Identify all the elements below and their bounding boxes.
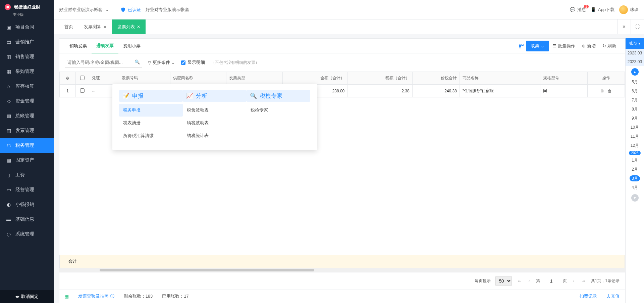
nav-marketing[interactable]: ▤营销推广 [0, 35, 54, 49]
tab-invoice-calc[interactable]: 发票测算✕ [78, 19, 112, 34]
horizontal-scrollbar[interactable] [59, 268, 625, 272]
add-button[interactable]: ⊕新增 [579, 41, 599, 51]
close-all-button[interactable]: ✕ [617, 19, 631, 34]
month-item[interactable]: 2月 [626, 165, 644, 174]
nav-salary[interactable]: ▯工资 [0, 168, 54, 182]
nav-inventory[interactable]: ⌂库存核算 [0, 79, 54, 94]
page-input[interactable] [545, 277, 558, 285]
month-item[interactable]: 4月 [626, 183, 644, 192]
fullscreen-button[interactable]: ⛶ [631, 19, 644, 34]
account-select[interactable]: 好业财专业版演示帐套 ⌄ [59, 7, 116, 13]
ledger-icon: ▧ [5, 113, 12, 119]
pop-item[interactable]: 纳税波动表 [183, 117, 247, 129]
subtab-output[interactable]: 销项发票 [65, 39, 92, 53]
pop-item[interactable]: 所得税汇算清缴 [119, 129, 183, 142]
delete-icon[interactable]: 🗑 [608, 89, 612, 93]
phone-icon: 📱 [591, 7, 596, 12]
svg-rect-2 [519, 44, 521, 46]
view-icon[interactable]: 🗎 [600, 89, 604, 93]
th-amount: 金额（合计） [282, 72, 347, 85]
messages-button[interactable]: 💬 消息 1 [570, 7, 586, 13]
nav-funds[interactable]: ◇资金管理 [0, 94, 54, 109]
scan-link[interactable]: 发票查验及拍照 ⓘ [78, 293, 114, 299]
download-button[interactable]: 📱 App下载 [591, 7, 614, 13]
message-badge: 1 [584, 5, 589, 8]
purchase-icon: ▦ [5, 68, 12, 75]
close-icon[interactable]: ✕ [103, 25, 107, 29]
perpage-select[interactable]: 50 [495, 276, 512, 286]
scroll-up-button[interactable]: ▲ [631, 68, 639, 76]
next-page-button[interactable]: › [572, 278, 576, 284]
salary-icon: ▯ [5, 172, 12, 178]
period-row[interactable]: 2023.03 [626, 57, 644, 66]
batch-button[interactable]: ☰批量操作 [549, 41, 579, 51]
qr-icon [519, 43, 524, 49]
nav-expense[interactable]: ◐小畅报销 [0, 197, 54, 212]
search-icon[interactable]: 🔍 [135, 59, 140, 64]
more-filters-button[interactable]: ▽更多条件⌄ [148, 59, 175, 66]
period-row[interactable]: 2023.03 [626, 49, 644, 57]
select-all-checkbox[interactable] [80, 76, 85, 80]
prev-page-button[interactable]: ‹ [527, 278, 531, 284]
analyze-icon: 📈 [186, 92, 193, 99]
qr-button[interactable] [517, 41, 526, 51]
nav-baseinfo[interactable]: ▬基础信息 [0, 212, 54, 227]
tab-invoice-list[interactable]: 发票列表✕ [112, 19, 146, 34]
scroll-down-button[interactable]: ▼ [631, 194, 639, 202]
nav-system[interactable]: ◌系统管理 [0, 227, 54, 242]
month-item[interactable]: 7月 [626, 96, 644, 105]
nav-assets[interactable]: ▩固定资产 [0, 153, 54, 168]
project-icon: ▣ [5, 24, 12, 31]
month-item-current[interactable]: 3月 [626, 174, 644, 183]
user-menu[interactable]: 珠珠 [619, 5, 639, 14]
month-item[interactable]: 9月 [626, 114, 644, 123]
nav-operation[interactable]: ▭经营管理 [0, 182, 54, 197]
month-item[interactable]: 8月 [626, 105, 644, 114]
pop-item[interactable]: 税检专家 [247, 104, 310, 117]
close-icon[interactable]: ✕ [137, 25, 140, 29]
nav-sales[interactable]: ▥销售管理 [0, 49, 54, 64]
filter-row: 🔍 ▽更多条件⌄ 显示明细 （不包含没有明细的发票） [59, 53, 625, 72]
subtab-input[interactable]: 进项发票 [92, 39, 118, 53]
last-page-button[interactable]: ⇥ [580, 278, 586, 284]
month-item[interactable]: 6月 [626, 87, 644, 96]
th-total: 价税合计 [412, 72, 460, 85]
nav-project[interactable]: ▣项目合同 [0, 20, 54, 35]
row-checkbox[interactable] [80, 88, 85, 93]
nav-tax[interactable]: ☖税务管理 [0, 138, 54, 153]
month-item[interactable]: 11月 [626, 132, 644, 141]
pop-item[interactable]: 税表清册 [119, 117, 183, 129]
refresh-icon: ↻ [602, 43, 606, 48]
marketing-icon: ▤ [5, 39, 12, 45]
th-spec: 规格型号 [540, 72, 587, 85]
month-item[interactable]: 10月 [626, 123, 644, 132]
show-detail-checkbox[interactable]: 显示明细 [181, 59, 205, 66]
fetch-button[interactable]: 取票 ⌄ [526, 41, 549, 51]
chevron-down-icon: ⌄ [541, 43, 544, 48]
filter-hint: （不包含没有明细的发票） [211, 60, 259, 66]
month-item[interactable]: 5月 [626, 78, 644, 87]
month-item[interactable]: 1月 [626, 156, 644, 165]
search-input[interactable] [65, 57, 142, 68]
sidebar: 畅捷通好业财 专业版 ▣项目合同 ▤营销推广 ▥销售管理 ▦采购管理 ⌂库存核算… [0, 0, 54, 303]
recharge-link[interactable]: 去充值 [606, 293, 620, 299]
brand-icon [4, 3, 11, 11]
nav-invoice[interactable]: ▨发票管理 [0, 123, 54, 138]
nav-ledger[interactable]: ▧总账管理 [0, 109, 54, 123]
pop-item[interactable]: 纳税统计表 [183, 129, 247, 142]
pop-item[interactable]: 税负波动表 [183, 104, 247, 117]
scan-icon: ▦ [65, 294, 69, 299]
pop-item[interactable]: 税务申报 [119, 104, 183, 117]
refresh-button[interactable]: ↻刷新 [599, 41, 620, 51]
first-page-button[interactable]: ⇤ [517, 278, 523, 284]
footer-bar: ▦ 发票查验及拍照 ⓘ 剩余张数：183 已用张数：17 扣费记录 去充值 [59, 290, 625, 303]
deduct-link[interactable]: 扣费记录 [580, 293, 597, 299]
gear-icon[interactable]: ⚙ [66, 76, 69, 81]
tabbar: 首页 发票测算✕ 发票列表✕ ✕ ⛶ [54, 19, 644, 34]
tab-home[interactable]: 首页 [59, 19, 78, 34]
period-head[interactable]: 账期 ▾ [626, 38, 644, 49]
nav-purchase[interactable]: ▦采购管理 [0, 64, 54, 79]
subtab-expense[interactable]: 费用小票 [118, 39, 145, 53]
month-item[interactable]: 12月 [626, 141, 644, 150]
unpin-button[interactable]: ◂▸ 取消固定 [0, 290, 54, 303]
